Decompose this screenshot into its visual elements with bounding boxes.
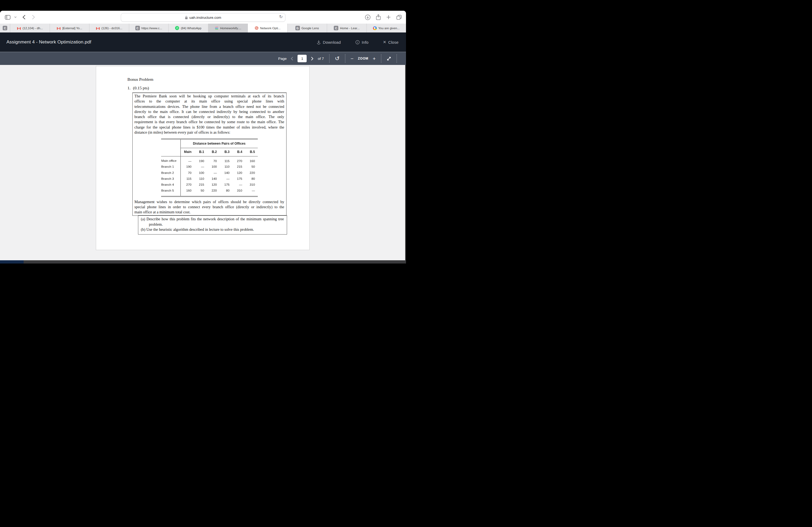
bottom-strip-dark (24, 260, 406, 264)
whatsapp-icon: ✆ (175, 26, 179, 30)
tab-label: You are given... (378, 27, 400, 30)
text-line: requirementisthateverybranchofficebeconn… (134, 119, 284, 124)
tab-external-yo[interactable]: [External] Yo... (50, 24, 89, 32)
address-url: uah.instructure.com (189, 16, 221, 19)
lock-icon (185, 16, 188, 19)
tab-overview-button[interactable] (396, 15, 402, 20)
questions-box: (a) Describe how this problem fits the n… (138, 215, 287, 235)
question-item: (a) Describe how this problem fits the n… (141, 216, 284, 227)
table-cell: 215 (232, 164, 245, 170)
tab-label: Network Opti... (260, 27, 280, 30)
table-title: Distance between Pairs of Offices (181, 139, 258, 148)
new-tab-button[interactable] (386, 15, 391, 19)
gmail-icon (96, 27, 100, 30)
table-column-header: Main (181, 148, 194, 156)
document-heading: Bonus Problem (128, 77, 309, 82)
chevron-right-icon (311, 57, 313, 61)
pdf-viewer-area[interactable]: Bonus Problem 1.(0.15 pts) ThePremiereBa… (0, 65, 406, 260)
c-badge-icon: C (3, 26, 7, 30)
g-badge-icon: G (295, 26, 300, 30)
table-cell: 50 (245, 164, 258, 170)
table-cell: 110 (194, 176, 207, 182)
table-cell: 140 (220, 170, 232, 176)
sidebar-toggle-button[interactable] (5, 15, 11, 19)
text-line: telecommunicationsdevices.Thephonelinefr… (134, 104, 284, 109)
page-label: Page (278, 57, 287, 61)
page-number-input[interactable]: 1 (298, 55, 307, 62)
chevron-left-icon (291, 57, 293, 61)
toolbar-separator (381, 54, 381, 63)
sidebar-dropdown-button[interactable] (14, 16, 17, 18)
problem-statement-box: ThePremiereBanksoonwillbehookingupcomput… (132, 92, 287, 216)
table-cell: 100 (207, 164, 219, 170)
canvas-icon (255, 26, 259, 30)
next-page-button[interactable] (311, 57, 313, 61)
rotate-button[interactable]: ↺ (335, 56, 340, 61)
expand-icon (387, 56, 391, 61)
tab-you-are-given[interactable]: You are given... (366, 24, 406, 32)
tab-84-whatsapp[interactable]: ✆(84) WhatsApp (168, 24, 208, 32)
forward-button[interactable] (32, 15, 35, 19)
zoom-in-button[interactable]: + (373, 56, 376, 61)
back-button[interactable] (23, 15, 26, 19)
table-cell: 110 (220, 164, 232, 170)
page-count-label: of 7 (318, 57, 324, 61)
document-content: Bonus Problem 1.(0.15 pts) ThePremiereBa… (96, 66, 309, 235)
downloads-icon (365, 15, 371, 20)
text-line: Managementwishestodeterminewhichpairsofo… (134, 199, 284, 205)
toolbar-separator (329, 54, 330, 63)
text-line: distance (in miles) between every pair o… (134, 130, 284, 135)
tab-homeworkify[interactable]: Homeworkify.... (208, 24, 248, 32)
distance-table: Distance between Pairs of OfficesMainB.1… (134, 138, 284, 197)
table-cell: 120 (207, 182, 219, 188)
table-cell: 310 (232, 188, 245, 196)
download-icon (317, 40, 321, 45)
tab-home-lear[interactable]: CHome - Lear... (327, 24, 366, 32)
info-icon: i (355, 40, 360, 45)
table-cell: 190 (181, 164, 194, 170)
bottom-strip (0, 260, 406, 264)
tab-12-104-dh[interactable]: (12,104) - dh... (10, 24, 50, 32)
fullscreen-button[interactable] (387, 56, 391, 61)
table-row: Branch 1190—10011021550 (161, 164, 258, 170)
table-row: Main office—19070115270160 (161, 156, 258, 164)
pdf-file-title: Assignment 4 - Network Optimization.pdf (6, 40, 317, 45)
close-icon: ✕ (383, 40, 387, 45)
tab-126-dc016[interactable]: (126) - dc016... (89, 24, 129, 32)
reload-button[interactable]: ↻ (279, 14, 283, 19)
tab-bar: C(12,104) - dh...[External] Yo...(126) -… (0, 24, 406, 32)
zoom-out-button[interactable]: − (351, 56, 354, 61)
text-line: specialphonelinesinordertoconnecteverybr… (134, 205, 284, 210)
previous-page-button[interactable] (291, 57, 293, 61)
address-bar[interactable]: uah.instructure.com ↻ (121, 13, 286, 22)
share-button[interactable] (376, 14, 381, 20)
table-cell: 50 (194, 188, 207, 196)
text-line: directlytothemainoffice.Itcanbeconnected… (134, 109, 284, 114)
table-cell: 310 (245, 182, 258, 188)
toolbar-separator (345, 54, 345, 63)
tab-label: (84) WhatsApp (181, 27, 201, 30)
table-column-header: B.5 (245, 148, 258, 156)
browser-window: uah.instructure.com ↻ C(12,104) - dh...[… (0, 11, 406, 264)
tab-google-lens[interactable]: GGoogle Lens (287, 24, 327, 32)
item-points: (0.15 pts) (133, 86, 149, 90)
pdf-viewer-toolbar: Page 1 of 7 ↺ − ZOOM + (0, 52, 406, 65)
table-row: Branch 4270215120175—310 (161, 182, 258, 188)
tab-overview-icon (396, 15, 402, 20)
close-label: Close (388, 40, 398, 45)
download-button[interactable]: Download (317, 40, 341, 45)
close-button[interactable]: ✕ Close (383, 40, 398, 45)
tab-network-opti[interactable]: Network Opti... (248, 24, 287, 32)
pdf-preview-header: Assignment 4 - Network Optimization.pdf … (0, 32, 406, 52)
downloads-button[interactable] (365, 15, 371, 20)
share-icon (376, 14, 381, 20)
bottom-strip-navy (0, 260, 24, 264)
info-button[interactable]: i Info (355, 40, 368, 45)
table-cell: 115 (220, 156, 232, 164)
table-row-label: Branch 4 (161, 182, 181, 188)
books-icon (215, 26, 219, 30)
question-item: (b) Use the heuristic algorithm describe… (141, 227, 284, 232)
tab-https-www-c[interactable]: Chttps://www.c... (129, 24, 169, 32)
table-cell: 270 (232, 156, 245, 164)
tab-pinned[interactable]: C (0, 24, 10, 32)
